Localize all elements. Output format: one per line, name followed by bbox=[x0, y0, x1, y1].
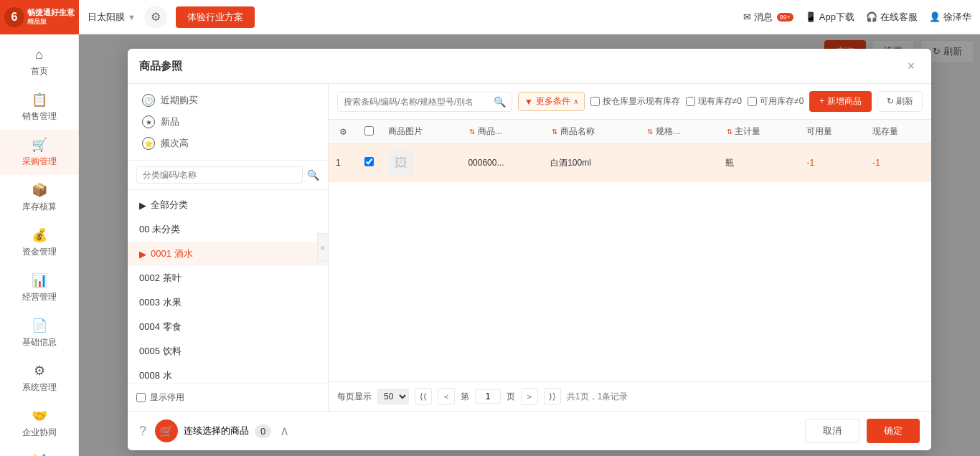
logo: 6 畅捷通好生意 精品版 bbox=[0, 0, 79, 34]
total-pages-text: 共1页，1条记录 bbox=[567, 391, 628, 403]
available-stock-checkbox[interactable] bbox=[748, 97, 757, 106]
current-stock-filter[interactable]: 现有库存≠0 bbox=[686, 95, 742, 108]
purchase-icon: 🛒 bbox=[32, 137, 47, 153]
more-filter-button[interactable]: ▼ 更多条件 ∧ bbox=[518, 92, 585, 111]
current-stock-checkbox[interactable] bbox=[686, 97, 695, 106]
product-search-box: 🔍 bbox=[337, 92, 512, 112]
td-checkbox[interactable] bbox=[357, 144, 381, 182]
th-unit[interactable]: ⇅ 主计量 bbox=[718, 120, 800, 144]
refresh-button[interactable]: ↻ 刷新 bbox=[877, 91, 923, 112]
sidebar-item-operations[interactable]: 📊 经营管理 bbox=[0, 265, 78, 310]
sort-icon-spec: ⇅ bbox=[647, 128, 653, 136]
product-reference-modal: 商品参照 × 🕐 近期购买 ★ bbox=[128, 49, 931, 450]
last-page-button[interactable]: ⟩⟩ bbox=[544, 388, 561, 405]
per-page-select[interactable]: 50 bbox=[377, 389, 409, 404]
cat-snack[interactable]: 0004 零食 bbox=[128, 315, 328, 339]
main-content: 查询 设置 ↻ 刷新 商品参照 × bbox=[79, 34, 980, 456]
modal-title: 商品参照 bbox=[139, 60, 182, 73]
category-search-icon[interactable]: 🔍 bbox=[307, 169, 319, 181]
th-image-label: 商品图片 bbox=[388, 126, 423, 136]
sidebar-label-system: 系统管理 bbox=[22, 381, 57, 394]
sidebar-item-home[interactable]: ⌂ 首页 bbox=[0, 40, 78, 85]
cat-label-drink: 0005 饮料 bbox=[139, 345, 182, 358]
td-image: 🖼 bbox=[381, 144, 461, 182]
warehouse-filter[interactable]: 按仓库显示现有库存 bbox=[590, 95, 680, 108]
th-available: 可用量 bbox=[799, 120, 865, 144]
support-button[interactable]: 🎧 在线客服 bbox=[866, 11, 918, 24]
prev-page-button[interactable]: ＜ bbox=[438, 388, 455, 405]
category-collapse-button[interactable]: « bbox=[317, 233, 329, 262]
th-spec[interactable]: ⇅ 规格... bbox=[639, 120, 717, 144]
sidebar-item-sales[interactable]: 📋 销售管理 bbox=[0, 85, 78, 130]
warehouse-checkbox[interactable] bbox=[590, 97, 600, 106]
cat-label-tea: 0002 茶叶 bbox=[139, 272, 182, 285]
page-input[interactable] bbox=[475, 389, 501, 404]
selected-count-badge: 0 bbox=[255, 424, 271, 438]
quick-frequent[interactable]: ⭐ 频次高 bbox=[136, 133, 319, 154]
sidebar-item-finance[interactable]: 💰 资金管理 bbox=[0, 220, 78, 265]
available-stock-filter[interactable]: 可用库存≠0 bbox=[748, 95, 804, 108]
store-selector[interactable]: 日太阳膜 ▼ bbox=[88, 11, 136, 24]
cat-water[interactable]: 0008 水 bbox=[128, 364, 328, 384]
cat-tea[interactable]: 0002 茶叶 bbox=[128, 266, 328, 290]
new-icon: ★ bbox=[142, 115, 155, 128]
add-product-button[interactable]: + 新增商品 bbox=[809, 91, 871, 112]
filter-arrow-icon: ∧ bbox=[573, 98, 578, 105]
quick-filters: 🕐 近期购买 ★ 新品 ⭐ 频次高 bbox=[128, 84, 328, 161]
category-search-input[interactable] bbox=[136, 166, 303, 184]
quick-recent[interactable]: 🕐 近期购买 bbox=[136, 90, 319, 111]
product-search-icon[interactable]: 🔍 bbox=[488, 92, 512, 111]
th-checkbox[interactable] bbox=[357, 120, 381, 144]
sidebar-item-purchase[interactable]: 🛒 采购管理 bbox=[0, 130, 78, 175]
cancel-button[interactable]: 取消 bbox=[805, 419, 859, 443]
product-search-input[interactable] bbox=[338, 93, 488, 110]
messages-button[interactable]: ✉ 消息 99+ bbox=[743, 11, 793, 24]
app-download-button[interactable]: 📱 App下载 bbox=[805, 11, 854, 24]
sidebar-label-home: 首页 bbox=[31, 65, 48, 77]
th-code[interactable]: ⇅ 商品... bbox=[461, 120, 543, 144]
trial-button[interactable]: 体验行业方案 bbox=[176, 6, 255, 28]
first-page-button[interactable]: ⟨⟨ bbox=[415, 388, 432, 405]
cat-arrow-all: ▶ bbox=[139, 200, 146, 211]
th-settings[interactable]: ⚙ bbox=[329, 120, 357, 144]
headset-icon: 🎧 bbox=[866, 11, 877, 22]
cat-uncategorized[interactable]: 00 未分类 bbox=[128, 217, 328, 242]
modal-close-button[interactable]: × bbox=[903, 57, 920, 75]
cat-drink[interactable]: 0005 饮料 bbox=[128, 339, 328, 364]
newbie-icon: 🔰 bbox=[32, 453, 47, 456]
show-disabled-checkbox[interactable] bbox=[136, 393, 146, 402]
sidebar-item-newbie[interactable]: 🔰 新手引导 bbox=[0, 446, 78, 456]
settings-icon[interactable]: ⚙ bbox=[144, 6, 167, 29]
cat-fruit[interactable]: 0003 水果 bbox=[128, 290, 328, 315]
select-all-checkbox[interactable] bbox=[364, 126, 374, 136]
user-icon: 👤 bbox=[929, 11, 941, 22]
quick-recent-label: 近期购买 bbox=[161, 94, 198, 107]
sidebar-item-system[interactable]: ⚙ 系统管理 bbox=[0, 356, 78, 401]
home-icon: ⌂ bbox=[35, 47, 43, 62]
cart-icon[interactable]: 🛒 bbox=[155, 419, 178, 442]
row-checkbox[interactable] bbox=[364, 157, 374, 166]
user-menu[interactable]: 👤 徐泽华 bbox=[929, 11, 971, 24]
next-page-button[interactable]: ＞ bbox=[521, 388, 538, 405]
footer-collapse-icon[interactable]: ∧ bbox=[280, 423, 289, 439]
sidebar-label-inventory: 库存核算 bbox=[22, 201, 57, 213]
footer-actions: 取消 确定 bbox=[805, 419, 920, 443]
td-seq: 1 bbox=[329, 144, 357, 182]
sort-icon-name: ⇅ bbox=[552, 128, 557, 136]
store-name: 日太阳膜 bbox=[88, 11, 125, 24]
show-disabled-label: 显示停用 bbox=[150, 391, 184, 404]
quick-new[interactable]: ★ 新品 bbox=[136, 111, 319, 133]
sidebar-item-inventory[interactable]: 📦 库存核算 bbox=[0, 175, 78, 220]
help-icon[interactable]: ? bbox=[139, 424, 146, 439]
modal-overlay: 商品参照 × 🕐 近期购买 ★ bbox=[79, 34, 980, 456]
sidebar-item-collab[interactable]: 🤝 企业协同 bbox=[0, 401, 78, 446]
product-toolbar: 🔍 ▼ 更多条件 ∧ 按仓库显示现有库存 bbox=[329, 84, 931, 120]
table-row[interactable]: 1 🖼 000600... 白酒100ml bbox=[329, 144, 931, 182]
cat-all[interactable]: ▶ 全部分类 bbox=[128, 193, 328, 217]
sidebar-item-basic-info[interactable]: 📄 基础信息 bbox=[0, 310, 78, 356]
product-data-table: ⚙ 商品图片 ⇅ 商品... bbox=[329, 120, 931, 182]
modal-body: 🕐 近期购买 ★ 新品 ⭐ 频次高 bbox=[128, 84, 931, 411]
confirm-button[interactable]: 确定 bbox=[867, 419, 920, 443]
th-name[interactable]: ⇅ 商品名称 bbox=[543, 120, 639, 144]
cat-liquor[interactable]: ▶ 0001 酒水 bbox=[128, 242, 328, 266]
